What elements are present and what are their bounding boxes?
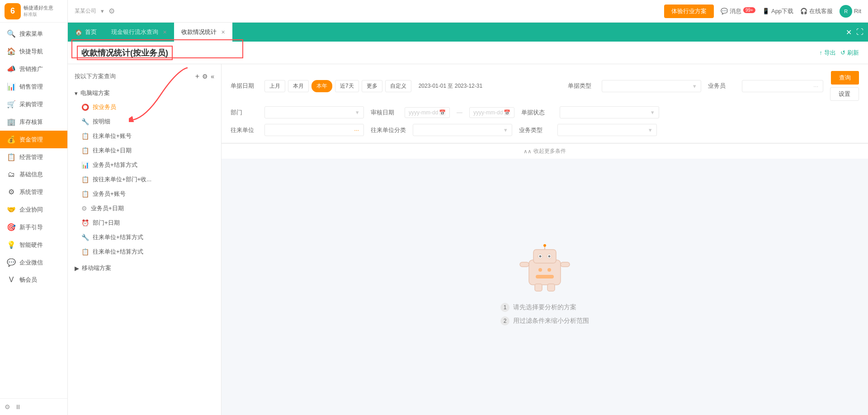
system-icon: ⚙ bbox=[7, 188, 16, 196]
sidebar-item-inventory[interactable]: 🏢 库存核算 bbox=[0, 113, 67, 131]
unit-type-select[interactable]: ▾ bbox=[413, 124, 512, 136]
page-actions: ↑ 导出 ↺ 刷新 bbox=[820, 49, 859, 57]
desktop-scheme-group: ▾ 电脑端方案 ⭕ 按业务员 🔧 按明细 📋 往来单位+账号 bbox=[68, 86, 221, 259]
logo-edition: 标准版 bbox=[24, 11, 53, 18]
scheme-item-unit-dept[interactable]: 📋 按往来单位+部门+收... bbox=[68, 172, 221, 187]
desktop-scheme-title[interactable]: ▾ 电脑端方案 bbox=[68, 86, 221, 100]
scheme-item-staff-date[interactable]: ⚙ 业务员+日期 bbox=[68, 201, 221, 216]
sidebar-item-basic[interactable]: 🗂 基础信息 bbox=[0, 166, 67, 183]
online-service-btn[interactable]: 🎧 在线客服 bbox=[800, 7, 833, 15]
tab-collection[interactable]: 收款情况统计 ✕ bbox=[174, 23, 232, 42]
app-download-label: App下载 bbox=[771, 7, 793, 15]
add-scheme-btn[interactable]: + bbox=[195, 72, 199, 80]
tab-collection-close[interactable]: ✕ bbox=[221, 29, 225, 35]
date-btn-this-month[interactable]: 本月 bbox=[288, 80, 309, 92]
sidebar-item-member[interactable]: V 畅会员 bbox=[0, 271, 67, 288]
date-filter-label: 单据日期 bbox=[231, 82, 258, 90]
sidebar-item-label: 采购管理 bbox=[19, 100, 43, 108]
filter-actions: 查询 设置 bbox=[830, 71, 859, 101]
date-btn-last-month[interactable]: 上月 bbox=[264, 80, 285, 92]
date-btn-this-year[interactable]: 本年 bbox=[311, 80, 332, 92]
calendar-icon: 📅 bbox=[504, 109, 510, 116]
biz-type-select[interactable]: ▾ bbox=[557, 124, 657, 136]
collapse-icon: ∧∧ bbox=[524, 148, 532, 155]
sidebar-item-hardware[interactable]: 💡 智能硬件 bbox=[0, 236, 67, 254]
collapse-bar[interactable]: ∧∧ 收起更多条件 bbox=[222, 143, 868, 159]
refresh-label: 刷新 bbox=[847, 49, 859, 57]
tab-bank-close[interactable]: ✕ bbox=[163, 29, 167, 35]
online-service-label: 在线客服 bbox=[809, 7, 833, 15]
scheme-item-label: 业务员+日期 bbox=[91, 204, 214, 212]
date-btn-7days[interactable]: 近7天 bbox=[335, 80, 359, 92]
scheme-item-unit-settle2[interactable]: 📋 往来单位+结算方式 bbox=[68, 245, 221, 259]
audit-date-to-field: yyyy-mm-dd 📅 bbox=[469, 107, 514, 118]
tab-home-label: 首页 bbox=[85, 28, 97, 36]
more-btn[interactable]: ··· bbox=[354, 127, 359, 133]
tab-collection-label: 收款情况统计 bbox=[181, 28, 217, 36]
sidebar-item-newbie[interactable]: 🎯 新手引导 bbox=[0, 218, 67, 236]
date-divider: — bbox=[457, 109, 462, 116]
logo-area: 6 畅捷通好生意 标准版 bbox=[0, 0, 67, 23]
sidebar-item-label: 库存核算 bbox=[19, 118, 43, 126]
member-icon: V bbox=[7, 276, 16, 284]
audit-date-from-value: yyyy-mm-dd bbox=[409, 109, 438, 116]
tab-maximize-icon[interactable]: ⛶ bbox=[856, 28, 863, 36]
doc-status-select[interactable]: ▾ bbox=[560, 106, 659, 118]
svg-rect-8 bbox=[520, 262, 529, 267]
sidebar-item-search[interactable]: 🔍 搜索菜单 bbox=[0, 25, 67, 42]
scheme-item-by-staff[interactable]: ⭕ 按业务员 bbox=[68, 100, 221, 114]
sidebar-item-enterprise[interactable]: 🤝 企业协同 bbox=[0, 201, 67, 218]
scheme-item-unit-account[interactable]: 📋 往来单位+账号 bbox=[68, 129, 221, 143]
sidebar-item-label: 营销推广 bbox=[19, 65, 43, 73]
scheme-item-dept-date[interactable]: ⏰ 部门+日期 bbox=[68, 216, 221, 230]
mobile-scheme-title[interactable]: ▶ 移动端方案 bbox=[68, 261, 221, 275]
refresh-btn[interactable]: ↺ 刷新 bbox=[840, 49, 859, 57]
inventory-icon: 🏢 bbox=[7, 118, 16, 126]
sidebar-item-system[interactable]: ⚙ 系统管理 bbox=[0, 183, 67, 201]
staff-label: 业务员 bbox=[708, 82, 735, 90]
sidebar-settings-btn[interactable]: ⚙ bbox=[5, 403, 10, 410]
app-download-btn[interactable]: 📱 App下载 bbox=[762, 7, 793, 15]
scheme-item-staff-settle[interactable]: 📊 业务员+结算方式 bbox=[68, 158, 221, 172]
scheme-settings-btn[interactable]: ⚙ bbox=[202, 73, 208, 80]
scheme-item-staff-account[interactable]: 📋 业务员+账号 bbox=[68, 187, 221, 201]
more-icon: ··· bbox=[813, 83, 818, 90]
sidebar-item-marketing[interactable]: 📣 营销推广 bbox=[0, 60, 67, 78]
scheme-item-unit-settle1[interactable]: 🔧 往来单位+结算方式 bbox=[68, 230, 221, 245]
sidebar-item-wechat[interactable]: 💬 企业微信 bbox=[0, 254, 67, 271]
tab-close-all-icon[interactable]: ✕ bbox=[846, 28, 852, 37]
doc-type-select[interactable]: ▾ bbox=[602, 80, 701, 92]
scheme-item-unit-date[interactable]: 📋 往来单位+日期 bbox=[68, 143, 221, 158]
date-btn-custom[interactable]: 自定义 bbox=[385, 80, 411, 92]
unit-settle2-icon: 📋 bbox=[81, 248, 89, 255]
audit-date-from[interactable]: yyyy-mm-dd 📅 bbox=[405, 107, 450, 118]
sidebar-item-purchase[interactable]: 🛒 采购管理 bbox=[0, 95, 67, 113]
date-btn-more[interactable]: 更多 bbox=[362, 80, 382, 92]
sidebar-item-sales[interactable]: 📊 销售管理 bbox=[0, 78, 67, 95]
messages-btn[interactable]: 💬 消息 99+ bbox=[721, 7, 755, 15]
export-btn[interactable]: ↑ 导出 bbox=[820, 49, 836, 57]
header-settings-btn[interactable]: ⚙ bbox=[108, 7, 115, 15]
query-btn[interactable]: 查询 bbox=[831, 71, 859, 85]
sidebar-item-quicknav[interactable]: 🏠 快捷导航 bbox=[0, 42, 67, 60]
audit-date-to[interactable]: yyyy-mm-dd 📅 bbox=[469, 107, 514, 118]
user-avatar-btn[interactable]: R Rit bbox=[840, 5, 861, 18]
sidebar-collapse-btn[interactable]: ⏸ bbox=[15, 403, 21, 410]
sidebar-item-operation[interactable]: 📋 经营管理 bbox=[0, 148, 67, 166]
tab-home[interactable]: 🏠 首页 bbox=[68, 23, 104, 42]
audit-date-label: 审核日期 bbox=[371, 108, 398, 117]
trial-btn[interactable]: 体验行业方案 bbox=[664, 5, 714, 18]
sidebar-item-label: 销售管理 bbox=[19, 83, 43, 91]
scheme-item-label: 业务员+结算方式 bbox=[93, 161, 214, 169]
sidebar-item-finance[interactable]: 💰 资金管理 bbox=[0, 131, 67, 148]
svg-point-3 bbox=[539, 255, 542, 257]
unit-select[interactable]: ··· bbox=[264, 124, 364, 136]
scheme-item-by-detail[interactable]: 🔧 按明细 bbox=[68, 114, 221, 129]
collapse-panel-btn[interactable]: « bbox=[211, 73, 214, 80]
staff-select[interactable]: ··· bbox=[742, 80, 823, 92]
filter-settings-btn[interactable]: 设置 bbox=[830, 87, 859, 101]
scheme-item-label: 往来单位+结算方式 bbox=[93, 233, 214, 241]
tab-bank[interactable]: 现金银行流水查询 ✕ bbox=[104, 23, 174, 42]
sidebar-item-label: 智能硬件 bbox=[19, 241, 43, 249]
dept-select[interactable]: ▾ bbox=[264, 106, 364, 118]
